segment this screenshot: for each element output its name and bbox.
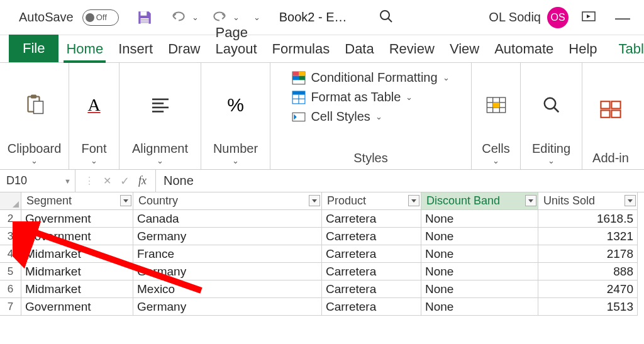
header-label: Units Sold [543,194,595,208]
cell[interactable]: Carretera [322,210,421,228]
tab-review[interactable]: Review [382,36,442,62]
cell[interactable]: 2178 [538,245,638,263]
cell[interactable]: Carretera [322,245,421,263]
tab-formulas[interactable]: Formulas [265,36,338,62]
table-row: 2 Government Canada Carretera None 1618.… [0,210,644,228]
tab-table-design[interactable]: Tabl [611,36,644,62]
filter-icon[interactable] [408,195,419,206]
header-label: Product [327,194,366,208]
row-header[interactable]: 2 [0,210,21,228]
row-header[interactable]: 5 [0,263,21,280]
cell[interactable]: None [421,263,538,280]
cell[interactable]: Carretera [322,280,421,298]
cells-button[interactable] [479,92,514,118]
row-header[interactable]: 4 [0,245,21,263]
undo-icon[interactable] [168,7,189,28]
cell[interactable]: Canada [133,210,322,228]
row-header[interactable]: 6 [0,280,21,298]
name-box[interactable]: D10 ▼ [0,170,75,192]
svg-rect-2 [140,19,148,20]
user-area: OL Sodiq OS — [489,6,636,29]
cell[interactable]: None [421,210,538,228]
filter-icon[interactable] [525,195,536,206]
avatar[interactable]: OS [547,7,569,28]
undo-dropdown-icon[interactable]: ⌄ [192,13,199,22]
tab-data[interactable]: Data [337,36,381,62]
cell[interactable]: France [133,245,322,263]
cell[interactable]: Government [21,298,133,316]
cell[interactable]: Midmarket [21,263,133,280]
cell[interactable]: 2470 [538,280,638,298]
tab-file[interactable]: File [9,35,58,62]
column-header[interactable]: Units Sold [538,192,638,210]
cell[interactable]: Germany [133,228,322,245]
autosave-toggle[interactable]: Off [82,9,119,26]
cell[interactable]: None [421,245,538,263]
select-all-button[interactable] [0,192,21,210]
cell-styles-icon [292,110,306,124]
filter-icon[interactable] [625,195,636,206]
chevron-down-icon[interactable]: ⌄ [157,156,164,165]
chevron-down-icon[interactable]: ⌄ [232,156,239,165]
cell[interactable]: 1618.5 [538,210,638,228]
cell[interactable]: None [421,298,538,316]
tab-home[interactable]: Home [58,36,111,62]
cell-styles-label: Cell Styles [311,109,370,124]
column-header[interactable]: Segment [21,192,133,210]
enter-icon[interactable]: ✓ [120,174,130,188]
column-header[interactable]: Product [322,192,421,210]
tab-draw[interactable]: Draw [160,36,208,62]
clipboard-button[interactable] [16,90,53,120]
chevron-down-icon[interactable]: ⌄ [548,156,555,165]
cell[interactable]: None [421,280,538,298]
format-as-table-button[interactable]: Format as Table ⌄ [292,90,413,104]
alignment-button[interactable] [143,93,178,117]
row-header[interactable]: 3 [0,228,21,245]
chevron-down-icon[interactable]: ⌄ [492,156,499,165]
cell[interactable]: Mexico [133,280,322,298]
formula-input[interactable]: None [156,170,644,192]
tab-help[interactable]: Help [561,36,604,62]
fx-icon[interactable]: fx [138,174,147,187]
tab-automate[interactable]: Automate [487,36,561,62]
cell[interactable]: 1513 [538,298,638,316]
user-name[interactable]: OL Sodiq [489,10,541,25]
cell[interactable]: 888 [538,263,638,280]
cell[interactable]: Germany [133,263,322,280]
cell[interactable]: Carretera [322,298,421,316]
ribbon-display-icon[interactable] [575,6,602,29]
chevron-down-icon[interactable]: ⌄ [31,156,38,165]
filter-icon[interactable] [309,195,320,206]
tab-insert[interactable]: Insert [111,36,160,62]
styles-label: Styles [353,151,387,165]
addins-button[interactable] [592,96,629,123]
tab-view[interactable]: View [442,36,487,62]
save-icon[interactable] [134,7,155,28]
cell[interactable]: Germany [133,298,322,316]
table-row: 3 Government Germany Carretera None 1321 [0,228,644,245]
chevron-down-icon[interactable]: ⌄ [91,156,97,165]
search-icon[interactable] [379,9,394,26]
cell[interactable]: Government [21,210,133,228]
name-box-value: D10 [6,174,27,187]
cancel-icon[interactable]: ✕ [103,175,111,187]
minimize-icon[interactable]: — [609,6,636,29]
cell[interactable]: None [421,228,538,245]
cell[interactable]: Midmarket [21,280,133,298]
cell[interactable]: 1321 [538,228,638,245]
cell[interactable]: Midmarket [21,245,133,263]
filter-icon[interactable] [120,195,131,206]
font-button[interactable]: A [80,91,108,119]
tab-page-layout[interactable]: Page Layout [208,19,265,62]
column-header[interactable]: Discount Band [421,192,538,210]
cell-styles-button[interactable]: Cell Styles ⌄ [292,109,382,124]
column-header[interactable]: Country [133,192,322,210]
cell[interactable]: Carretera [322,228,421,245]
number-button[interactable]: % [219,91,252,119]
cell[interactable]: Government [21,228,133,245]
row-header[interactable]: 7 [0,298,21,316]
editing-button[interactable] [535,92,569,118]
cell[interactable]: Carretera [322,263,421,280]
font-icon: A [87,95,100,115]
conditional-formatting-button[interactable]: Conditional Formatting ⌄ [292,70,449,85]
